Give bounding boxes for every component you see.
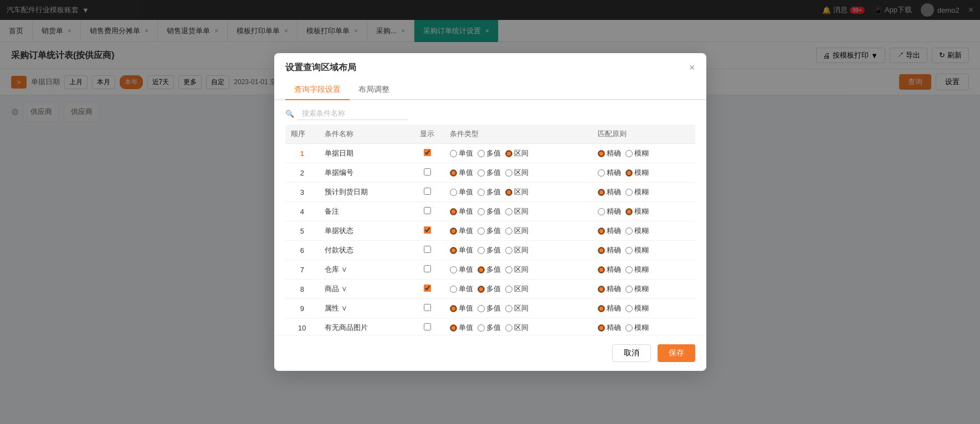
th-order: 顺序 bbox=[285, 125, 320, 133]
conditions-table: 顺序 条件名称 显示 条件类型 匹配原则 1单据日期单值多值区间精确模糊2单据编… bbox=[285, 125, 695, 133]
settings-dialog: 设置查询区域布局 × 查询字段设置 布局调整 🔍 顺序 条件名称 显示 条件类型… bbox=[274, 53, 706, 133]
dialog-search-input[interactable] bbox=[297, 107, 408, 120]
dialog-header: 设置查询区域布局 × bbox=[274, 53, 706, 74]
th-display: 显示 bbox=[411, 125, 445, 133]
tab-query-fields-label: 查询字段设置 bbox=[294, 85, 341, 94]
dialog-title: 设置查询区域布局 bbox=[285, 62, 356, 74]
dialog-table-container: 顺序 条件名称 显示 条件类型 匹配原则 1单据日期单值多值区间精确模糊2单据编… bbox=[274, 125, 706, 133]
th-name: 条件名称 bbox=[319, 125, 410, 133]
dialog-close-button[interactable]: × bbox=[689, 62, 695, 74]
dialog-tabs: 查询字段设置 布局调整 bbox=[274, 74, 706, 100]
tab-query-fields[interactable]: 查询字段设置 bbox=[285, 80, 350, 100]
dialog-search-area: 🔍 bbox=[274, 100, 706, 125]
dialog-search-icon: 🔍 bbox=[285, 110, 294, 118]
tab-layout-adjust-label: 布局调整 bbox=[358, 85, 389, 94]
th-match: 匹配原则 bbox=[592, 125, 695, 133]
th-type: 条件类型 bbox=[444, 125, 592, 133]
tab-layout-adjust[interactable]: 布局调整 bbox=[350, 80, 398, 100]
